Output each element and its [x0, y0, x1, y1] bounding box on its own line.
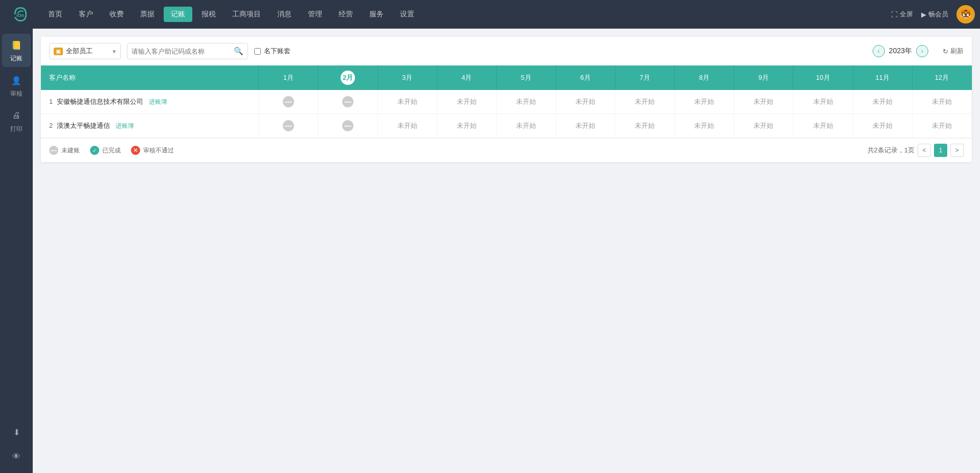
search-box: 🔍 — [127, 43, 248, 59]
sidebar-item-audit[interactable]: 👤 审核 — [2, 69, 31, 102]
legend-not-created-label: 未建账 — [61, 146, 80, 155]
row1-oct: 未开始 — [793, 90, 853, 114]
table-row: 2 漠澳太平畅捷通信 进账簿 — — 未开始 未开始 — [41, 114, 972, 138]
sidebar-item-download[interactable]: ⬇ — [2, 421, 31, 443]
row2-apr: 未开始 — [437, 114, 496, 138]
current-month-circle: 2月 — [341, 71, 355, 85]
col-header-jun: 6月 — [555, 65, 615, 90]
employee-select[interactable]: ▣ 全部员工 ▾ — [49, 43, 121, 59]
col-header-mar: 3月 — [377, 65, 437, 90]
legend-green-icon: ✓ — [90, 146, 99, 155]
employee-badge-icon: ▣ — [54, 48, 63, 55]
nav-fee[interactable]: 收费 — [102, 7, 131, 22]
nav-customer[interactable]: 客户 — [72, 7, 100, 22]
search-input[interactable] — [127, 48, 230, 55]
row1-company-cell: 1 安徽畅捷通信息技术有限公司 进账簿 — [41, 90, 259, 114]
sidebar: 📒 记账 👤 审核 🖨 打印 ⬇ 👁 — [0, 29, 33, 473]
nav-manage[interactable]: 管理 — [301, 7, 329, 22]
row1-dec: 未开始 — [912, 90, 971, 114]
row2-feb-status: — — [342, 120, 353, 131]
print-icon: 🖨 — [9, 108, 24, 123]
nav-operation[interactable]: 经营 — [331, 7, 360, 22]
sidebar-bottom: ⬇ 👁 — [2, 421, 31, 468]
vip-label: 畅会员 — [928, 10, 948, 19]
user-avatar[interactable]: 🐯 — [956, 5, 975, 24]
nav-tax[interactable]: 报税 — [194, 7, 223, 22]
fullscreen-button[interactable]: ⛶ 全屏 — [891, 10, 913, 19]
fullscreen-label: 全屏 — [900, 10, 913, 19]
nav-invoice[interactable]: 票据 — [133, 7, 162, 22]
row2-jan-status: — — [283, 120, 294, 131]
col-header-dec: 12月 — [912, 65, 971, 90]
row1-aug: 未开始 — [675, 90, 734, 114]
col-header-sep: 9月 — [734, 65, 793, 90]
row2-dec: 未开始 — [912, 114, 971, 138]
main-layout: 📒 记账 👤 审核 🖨 打印 ⬇ 👁 ▣ 全部员工 — [0, 29, 980, 473]
legend-red-icon: ✕ — [131, 146, 140, 155]
legend-completed: ✓ 已完成 — [90, 146, 121, 155]
page-prev-button[interactable]: < — [918, 144, 931, 157]
row1-may: 未开始 — [496, 90, 555, 114]
row1-jul: 未开始 — [615, 90, 675, 114]
table-header: 客户名称 1月 2月 3月 4月 5月 6月 7月 8月 9月 — [41, 65, 972, 90]
refresh-button[interactable]: ↻ 刷新 — [943, 47, 964, 56]
col-header-feb: 2月 — [318, 65, 377, 90]
nav-accounting[interactable]: 记账 — [164, 7, 192, 22]
row1-company-name: 安徽畅捷通信息技术有限公司 — [57, 98, 143, 105]
row1-index: 1 — [49, 98, 53, 105]
row1-apr: 未开始 — [437, 90, 496, 114]
row2-enter-link[interactable]: 进账簿 — [116, 122, 134, 129]
search-button[interactable]: 🔍 — [230, 43, 248, 59]
vip-button[interactable]: ▶ 畅会员 — [921, 10, 948, 19]
col-header-may: 5月 — [496, 65, 555, 90]
col-header-company: 客户名称 — [41, 65, 259, 90]
table-card: ▣ 全部员工 ▾ 🔍 名下账套 ‹ 2023年 › — [41, 37, 972, 162]
page-current-button[interactable]: 1 — [934, 144, 947, 157]
legend-gray-icon: — — [49, 146, 58, 155]
checkbox-text: 名下账套 — [264, 47, 291, 56]
under-accounts-checkbox[interactable] — [254, 48, 261, 55]
row2-feb: — — [318, 114, 377, 138]
sidebar-print-label: 打印 — [10, 125, 23, 133]
app-logo: iOn — [5, 5, 36, 24]
row1-feb: — — [318, 90, 377, 114]
table-body: 1 安徽畅捷通信息技术有限公司 进账簿 — — 未开始 未开始 — [41, 90, 972, 138]
nav-home[interactable]: 首页 — [41, 7, 70, 22]
refresh-label: 刷新 — [950, 47, 964, 56]
sidebar-audit-label: 审核 — [10, 89, 23, 98]
top-nav: iOn 首页 客户 收费 票据 记账 报税 工商项目 消息 管理 经营 服务 设… — [0, 0, 980, 29]
checkbox-label[interactable]: 名下账套 — [254, 47, 291, 56]
row2-jul: 未开始 — [615, 114, 675, 138]
row2-oct: 未开始 — [793, 114, 853, 138]
sidebar-accounting-label: 记账 — [10, 54, 23, 63]
data-table: 客户名称 1月 2月 3月 4月 5月 6月 7月 8月 9月 — [41, 65, 972, 138]
legend-completed-label: 已完成 — [102, 146, 121, 155]
row1-enter-link[interactable]: 进账簿 — [149, 98, 167, 105]
row2-nov: 未开始 — [853, 114, 912, 138]
audit-icon: 👤 — [9, 73, 24, 87]
nav-business[interactable]: 工商项目 — [225, 7, 268, 22]
content-area: ▣ 全部员工 ▾ 🔍 名下账套 ‹ 2023年 › — [33, 29, 980, 473]
sidebar-item-print[interactable]: 🖨 打印 — [2, 104, 31, 138]
row2-jan: — — [259, 114, 318, 138]
total-text: 共2条记录，1页 — [867, 146, 915, 155]
page-next-button[interactable]: > — [950, 144, 964, 157]
year-nav: ‹ 2023年 › — [873, 45, 928, 57]
year-next-button[interactable]: › — [916, 45, 928, 57]
view-icon: 👁 — [9, 449, 24, 464]
refresh-icon: ↻ — [943, 48, 948, 55]
nav-message[interactable]: 消息 — [270, 7, 299, 22]
row1-jan-status: — — [283, 96, 294, 107]
row1-feb-status: — — [342, 96, 353, 107]
sidebar-item-view[interactable]: 👁 — [2, 445, 31, 468]
toolbar: ▣ 全部员工 ▾ 🔍 名下账套 ‹ 2023年 › — [41, 37, 972, 65]
year-prev-button[interactable]: ‹ — [873, 45, 885, 57]
nav-settings[interactable]: 设置 — [393, 7, 421, 22]
nav-service[interactable]: 服务 — [362, 7, 391, 22]
row2-sep: 未开始 — [734, 114, 793, 138]
sidebar-item-accounting[interactable]: 📒 记账 — [2, 34, 31, 67]
col-header-nov: 11月 — [853, 65, 912, 90]
year-display: 2023年 — [889, 47, 912, 56]
col-header-jan: 1月 — [259, 65, 318, 90]
row2-company-name: 漠澳太平畅捷通信 — [57, 122, 110, 129]
